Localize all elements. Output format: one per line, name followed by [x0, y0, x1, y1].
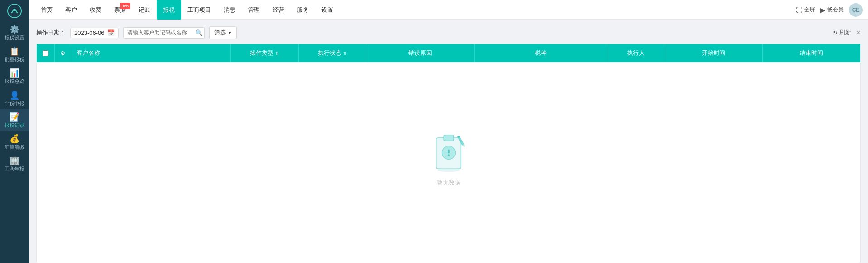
th-executor: 执行人: [607, 44, 665, 62]
sidebar-item-gongshang-nianbao[interactable]: 🏢 工商年报: [0, 153, 29, 175]
top-nav: 首页 客户 收费 票据 new 记账 报税 工商项目 消息: [29, 0, 868, 20]
fullscreen-button[interactable]: ⛶ 全屏: [796, 6, 815, 14]
nav-item-shoufei[interactable]: 收费: [83, 0, 108, 20]
empty-illustration: [426, 129, 471, 174]
piliang-baoshui-icon: 📋: [10, 47, 19, 55]
baoshui-jilu-icon: 📝: [10, 113, 19, 121]
calendar-icon: 📅: [107, 29, 115, 36]
content-area: 操作日期： 2023-06-06 📅 🔍 筛选 ▼ ↻ 刷新: [29, 20, 868, 263]
sidebar-item-label: 报税设置: [5, 35, 24, 41]
sidebar-item-baoshui-jilu[interactable]: 📝 报税记录: [0, 109, 29, 131]
nav-item-piaoju[interactable]: 票据 new: [108, 0, 132, 20]
member-button[interactable]: ▶ 畅会员: [820, 6, 844, 14]
nav-item-label: 记账: [139, 6, 150, 14]
search-box: 🔍: [123, 27, 205, 39]
sidebar-item-geshui-shenbao[interactable]: 👤 个税申报: [0, 88, 29, 109]
select-all-checkbox[interactable]: [43, 50, 48, 56]
settings-icon: ⚙: [60, 50, 66, 57]
th-label: 结束时间: [800, 49, 823, 57]
th-start-time: 开始时间: [665, 44, 763, 62]
th-checkbox[interactable]: [37, 44, 55, 62]
nav-item-gongshang-xiangmu[interactable]: 工商项目: [181, 0, 217, 20]
sidebar-item-label: 汇算清缴: [5, 144, 24, 150]
nav-item-jizhang[interactable]: 记账: [132, 0, 157, 20]
nav-item-guanli[interactable]: 管理: [242, 0, 266, 20]
nav-item-label: 工商项目: [187, 6, 211, 14]
svg-rect-3: [444, 135, 454, 141]
date-picker[interactable]: 2023-06-06 📅: [70, 28, 119, 38]
nav-item-label: 消息: [224, 6, 235, 14]
data-table: ⚙ 客户名称 操作类型 ⇅ 执行状态 ⇅ 错误原因 税种: [36, 44, 861, 263]
close-button[interactable]: ×: [856, 29, 861, 37]
table-body: 暂无数据: [37, 62, 860, 263]
sidebar-item-label: 工商年报: [5, 166, 24, 172]
search-button[interactable]: 🔍: [192, 28, 205, 38]
nav-item-fuwu[interactable]: 服务: [291, 0, 315, 20]
fullscreen-icon: ⛶: [796, 6, 802, 14]
sidebar: ⚙️ 报税设置 📋 批量报税 📊 报税总览 👤 个税申报 📝 报税记录 💰 汇算…: [0, 0, 29, 263]
th-end-time: 结束时间: [763, 44, 860, 62]
empty-text: 暂无数据: [437, 179, 460, 187]
nav-item-label: 收费: [90, 6, 101, 14]
nav-item-home[interactable]: 首页: [34, 0, 59, 20]
refresh-button[interactable]: ↻ 刷新: [833, 29, 851, 37]
baoshui-shezhi-icon: ⚙️: [10, 25, 19, 34]
nav-item-xiaosi[interactable]: 消息: [217, 0, 242, 20]
member-label: 畅会员: [827, 6, 844, 14]
th-label: 客户名称: [77, 49, 100, 57]
th-exec-status[interactable]: 执行状态 ⇅: [299, 44, 367, 62]
nav-item-label: 管理: [248, 6, 260, 14]
th-tax-type: 税种: [475, 44, 608, 62]
new-badge: new: [120, 3, 130, 9]
close-icon: ×: [856, 28, 861, 37]
nav-item-label: 报税: [163, 6, 175, 14]
th-label: 错误原因: [408, 49, 432, 57]
chevron-down-icon: ▼: [228, 30, 232, 35]
avatar-initials: CE: [852, 7, 860, 13]
th-label: 执行状态: [318, 49, 341, 57]
sidebar-item-baoshui-zongjian[interactable]: 📊 报税总览: [0, 65, 29, 87]
geshui-shenbao-icon: 👤: [10, 91, 19, 99]
svg-rect-5: [448, 149, 450, 153]
main-area: 首页 客户 收费 票据 new 记账 报税 工商项目 消息: [29, 0, 868, 263]
th-op-type[interactable]: 操作类型 ⇅: [231, 44, 299, 62]
sidebar-item-baoshui-shezhi[interactable]: ⚙️ 报税设置: [0, 22, 29, 44]
nav-item-label: 首页: [41, 6, 53, 14]
refresh-icon: ↻: [833, 29, 838, 36]
th-label: 开始时间: [702, 49, 725, 57]
th-settings[interactable]: ⚙: [55, 44, 71, 62]
nav-item-label: 服务: [297, 6, 309, 14]
topnav-right: ⛶ 全屏 ▶ 畅会员 CE: [796, 3, 863, 17]
avatar[interactable]: CE: [849, 3, 863, 17]
date-value: 2023-06-06: [74, 29, 105, 36]
search-input[interactable]: [124, 28, 192, 38]
nav-item-baoshui[interactable]: 报税: [157, 0, 181, 20]
sidebar-item-piliang-baoshui[interactable]: 📋 批量报税: [0, 44, 29, 65]
sidebar-logo: [0, 0, 29, 22]
nav-item-label: 客户: [65, 6, 77, 14]
th-label: 操作类型: [250, 49, 273, 57]
table-header: ⚙ 客户名称 操作类型 ⇅ 执行状态 ⇅ 错误原因 税种: [37, 44, 860, 62]
sort-icon: ⇅: [275, 51, 279, 56]
nav-item-jingying[interactable]: 经营: [266, 0, 291, 20]
nav-items: 首页 客户 收费 票据 new 记账 报税 工商项目 消息: [34, 0, 796, 20]
nav-item-label: 经营: [273, 6, 284, 14]
sort-icon: ⇅: [343, 51, 347, 56]
sidebar-item-label: 个税申报: [5, 101, 24, 107]
nav-item-shezhi[interactable]: 设置: [315, 0, 340, 20]
toolbar-right: ↻ 刷新 ×: [833, 29, 861, 37]
huisuan-jiaobo-icon: 💰: [10, 135, 19, 143]
filter-label: 筛选: [214, 29, 226, 37]
th-error-reason: 错误原因: [366, 44, 474, 62]
filter-button[interactable]: 筛选 ▼: [209, 26, 237, 39]
sidebar-item-huisuan-jiaobo[interactable]: 💰 汇算清缴: [0, 131, 29, 153]
baoshui-zongjian-icon: 📊: [10, 69, 19, 77]
svg-point-1: [13, 9, 16, 11]
fullscreen-label: 全屏: [804, 6, 815, 14]
video-icon: ▶: [820, 6, 825, 14]
th-label: 执行人: [627, 49, 645, 57]
date-label: 操作日期：: [36, 29, 66, 37]
sidebar-item-label: 批量报税: [5, 57, 24, 63]
nav-item-kehu[interactable]: 客户: [59, 0, 83, 20]
svg-point-6: [448, 154, 450, 156]
